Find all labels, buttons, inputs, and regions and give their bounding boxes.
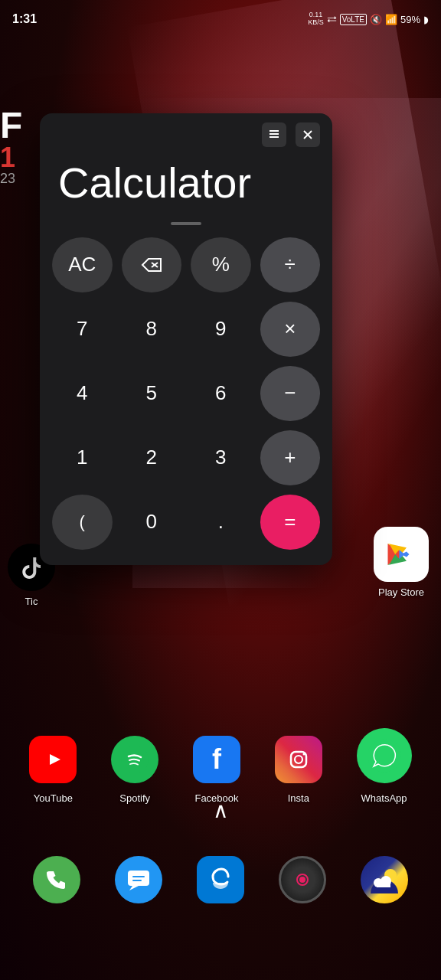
calc-minimize-button[interactable] xyxy=(262,122,286,147)
playstore-label: Play Store xyxy=(378,586,424,598)
playstore-app[interactable]: Play Store xyxy=(374,527,429,598)
edge-app[interactable] xyxy=(197,856,244,903)
facebook-app[interactable]: f Facebook xyxy=(193,736,240,804)
calc-equals-button[interactable]: = xyxy=(260,495,321,550)
tiktok-label: Tic xyxy=(25,596,38,607)
facebook-icon: f xyxy=(193,736,240,783)
network-speed: 0.11 KB/S xyxy=(308,11,324,27)
youtube-label: YouTube xyxy=(34,792,73,804)
spotify-label: Spotify xyxy=(119,792,150,804)
messages-icon xyxy=(115,856,162,903)
bluetooth-icon: ⮂ xyxy=(327,14,337,25)
calc-2-button[interactable]: 2 xyxy=(122,430,182,485)
svg-point-5 xyxy=(302,753,305,756)
calc-5-button[interactable]: 5 xyxy=(122,366,182,421)
cal-letter: F xyxy=(0,107,46,144)
svg-rect-8 xyxy=(128,871,149,886)
app-row: YouTube Spotify f Facebook xyxy=(0,728,441,804)
status-time: 1:31 xyxy=(12,12,37,26)
battery-text: 59% xyxy=(400,14,420,25)
calc-multiply-button[interactable]: × xyxy=(260,302,321,357)
spotify-app[interactable]: Spotify xyxy=(111,736,158,804)
status-icons: 0.11 KB/S ⮂ VoLTE 🔇 📶 59% ◗ xyxy=(308,11,429,27)
status-bar: 1:31 0.11 KB/S ⮂ VoLTE 🔇 📶 59% ◗ xyxy=(0,0,441,38)
svg-point-13 xyxy=(299,877,305,883)
svg-rect-19 xyxy=(270,133,279,135)
svg-point-4 xyxy=(295,756,302,763)
calculator-popup: Calculator AC % ÷ 7 8 9 × 4 5 6 − 1 2 3 … xyxy=(40,113,332,565)
svg-rect-11 xyxy=(132,880,142,881)
svg-rect-20 xyxy=(270,130,279,132)
battery-icon: ◗ xyxy=(423,14,429,25)
svg-marker-9 xyxy=(129,886,139,890)
calc-close-button[interactable] xyxy=(296,122,320,147)
camera-icon xyxy=(279,856,326,903)
calc-bracket-button[interactable]: ( xyxy=(52,495,113,550)
phone-icon xyxy=(33,856,80,903)
phone-app[interactable] xyxy=(33,856,80,903)
app-drawer-chevron[interactable]: ∧ xyxy=(213,798,229,823)
spotify-icon xyxy=(111,736,158,783)
playstore-icon xyxy=(374,527,429,582)
whatsapp-label: WhatsApp xyxy=(361,792,407,804)
calc-plus-button[interactable]: + xyxy=(260,430,321,485)
dock-row xyxy=(0,856,441,903)
volte-icon: VoLTE xyxy=(340,14,367,25)
calc-percent-button[interactable]: % xyxy=(191,237,251,292)
whatsapp-icon: B xyxy=(357,728,412,783)
calc-0-button[interactable]: 0 xyxy=(122,495,182,550)
calc-6-button[interactable]: 6 xyxy=(191,366,251,421)
calc-ac-button[interactable]: AC xyxy=(52,237,113,292)
calc-7-button[interactable]: 7 xyxy=(52,302,113,357)
camera-app[interactable] xyxy=(279,856,326,903)
calc-1-button[interactable]: 1 xyxy=(52,430,113,485)
svg-rect-21 xyxy=(270,136,279,138)
calc-3-button[interactable]: 3 xyxy=(191,430,251,485)
calc-drag-handle xyxy=(171,222,201,225)
calc-buttons: AC % ÷ 7 8 9 × 4 5 6 − 1 2 3 + ( 0 . = xyxy=(40,231,332,565)
calc-dot-button[interactable]: . xyxy=(191,495,251,550)
calc-8-button[interactable]: 8 xyxy=(122,302,182,357)
calc-backspace-button[interactable] xyxy=(122,237,182,292)
edge-icon xyxy=(197,856,244,903)
instagram-label: Insta xyxy=(288,792,309,804)
mute-icon: 🔇 xyxy=(370,14,382,25)
messages-app[interactable] xyxy=(115,856,162,903)
youtube-icon xyxy=(29,736,77,783)
weather-app[interactable] xyxy=(361,856,408,903)
calc-9-button[interactable]: 9 xyxy=(191,302,251,357)
youtube-app[interactable]: YouTube xyxy=(29,736,77,804)
signal-icon: 📶 xyxy=(385,14,397,25)
svg-rect-18 xyxy=(377,884,390,887)
weather-icon xyxy=(361,856,408,903)
cal-day: 23 xyxy=(0,172,46,185)
calendar-widget: F 1 23 xyxy=(0,107,46,185)
calc-divide-button[interactable]: ÷ xyxy=(260,237,321,292)
whatsapp-app[interactable]: B WhatsApp xyxy=(357,728,412,804)
calc-minus-button[interactable]: − xyxy=(260,366,321,421)
cal-number: 1 xyxy=(0,144,46,172)
calc-title: Calculator xyxy=(40,147,332,222)
svg-rect-10 xyxy=(132,876,145,877)
instagram-app[interactable]: Insta xyxy=(275,736,322,804)
calc-header xyxy=(40,113,332,147)
calc-4-button[interactable]: 4 xyxy=(52,366,113,421)
instagram-icon xyxy=(275,736,322,783)
